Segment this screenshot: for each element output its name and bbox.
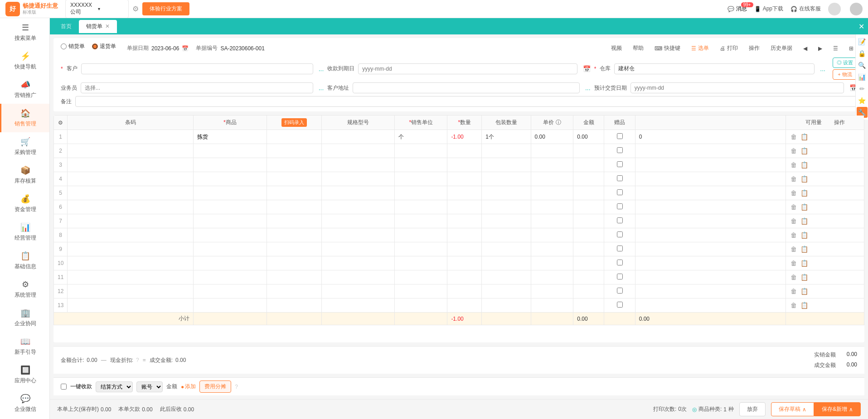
delete-row-btn[interactable]: 🗑: [790, 287, 798, 296]
cell-spec[interactable]: [322, 186, 395, 200]
cell-goods[interactable]: [194, 130, 267, 144]
sidebar-item-system[interactable]: ⚙ 系统管理: [0, 275, 49, 303]
nav-next-btn[interactable]: ▶: [815, 43, 826, 53]
copy-row-btn[interactable]: 📋: [800, 132, 809, 141]
cell-price[interactable]: [531, 158, 573, 172]
cell-gift[interactable]: [604, 299, 635, 313]
cell-amount[interactable]: [573, 200, 604, 214]
cell-amount[interactable]: [573, 158, 604, 172]
discard-btn[interactable]: 放弃: [739, 402, 766, 416]
sidebar-item-enterprise[interactable]: 🏢 企业协同: [0, 303, 49, 332]
due-date-calendar-icon[interactable]: 📅: [583, 65, 591, 72]
cell-qty[interactable]: [447, 299, 482, 313]
cell-goods[interactable]: [194, 270, 267, 284]
rp-edit-icon[interactable]: ✏: [857, 83, 868, 94]
cell-price[interactable]: 0.00: [531, 130, 573, 144]
cell-unit[interactable]: [395, 284, 447, 299]
cell-spec[interactable]: [322, 144, 395, 158]
print-btn[interactable]: 🖨 打印: [716, 43, 742, 54]
delete-row-btn[interactable]: 🗑: [790, 217, 798, 226]
cell-unit[interactable]: [395, 242, 447, 256]
account-select[interactable]: 账号: [136, 381, 163, 392]
cell-qty[interactable]: [447, 242, 482, 256]
nav-prev-btn[interactable]: ◀: [800, 43, 811, 53]
cell-qty[interactable]: [447, 200, 482, 214]
sales-person-dots[interactable]: ...: [319, 84, 324, 92]
cell-unit[interactable]: [395, 158, 447, 172]
cell-barcode[interactable]: [68, 158, 194, 172]
cell-price[interactable]: [531, 172, 573, 186]
cell-unit[interactable]: [395, 144, 447, 158]
cell-price[interactable]: [531, 200, 573, 214]
cell-barcode[interactable]: [68, 130, 194, 144]
operate-btn[interactable]: 操作: [745, 43, 763, 54]
expected-date-input[interactable]: [630, 82, 844, 93]
cell-barcode[interactable]: [68, 200, 194, 214]
cell-barcode[interactable]: [68, 299, 194, 313]
customer-dots[interactable]: ...: [319, 65, 324, 72]
cell-pkg-qty[interactable]: [482, 200, 531, 214]
cell-goods[interactable]: [194, 228, 267, 242]
cell-qty[interactable]: [447, 144, 482, 158]
cell-pkg-qty[interactable]: [482, 186, 531, 200]
save-draft-btn[interactable]: 保存草稿 ∧: [771, 402, 814, 416]
cell-barcode[interactable]: [68, 256, 194, 270]
company-selector[interactable]: XXXXXX公司 ▾: [65, 0, 129, 18]
cell-pkg-qty[interactable]: [482, 270, 531, 284]
logistics-btn[interactable]: + 物流: [833, 69, 857, 80]
sidebar-item-finance[interactable]: 💰 资金管理: [0, 189, 49, 218]
cell-barcode[interactable]: [68, 172, 194, 186]
cell-pkg-qty[interactable]: 1个: [482, 130, 531, 144]
shortcut-btn[interactable]: ⌨ 快捷键: [651, 43, 684, 54]
video-btn[interactable]: 视频: [607, 43, 626, 54]
history-btn[interactable]: 历史单据: [767, 43, 796, 54]
delete-row-btn[interactable]: 🗑: [790, 245, 798, 254]
due-date-input[interactable]: [358, 63, 577, 74]
cell-unit[interactable]: [395, 200, 447, 214]
copy-row-btn[interactable]: 📋: [800, 259, 809, 268]
cell-amount[interactable]: [573, 270, 604, 284]
cell-qty[interactable]: [447, 284, 482, 299]
cell-goods[interactable]: [194, 144, 267, 158]
cell-unit[interactable]: [395, 228, 447, 242]
cell-spec[interactable]: [322, 256, 395, 270]
cell-gift[interactable]: [604, 256, 635, 270]
date-calendar-icon[interactable]: 📅: [182, 45, 189, 52]
sidebar-item-app-center[interactable]: 🔲 应用中心: [0, 361, 49, 389]
cell-pkg-qty[interactable]: [482, 172, 531, 186]
cell-barcode[interactable]: [68, 228, 194, 242]
delete-row-btn[interactable]: 🗑: [790, 202, 798, 212]
cell-pkg-qty[interactable]: [482, 284, 531, 299]
cell-pkg-qty[interactable]: [482, 242, 531, 256]
cell-amount[interactable]: [573, 228, 604, 242]
cell-amount[interactable]: [573, 186, 604, 200]
cell-unit[interactable]: [395, 256, 447, 270]
customer-input[interactable]: [81, 63, 313, 74]
avatar[interactable]: [828, 3, 841, 15]
message-btn[interactable]: 💬 消息 99+: [727, 5, 747, 13]
copy-row-btn[interactable]: 📋: [800, 245, 809, 254]
cell-amount[interactable]: [573, 172, 604, 186]
cell-unit[interactable]: [395, 172, 447, 186]
cell-unit[interactable]: [395, 214, 447, 228]
cell-gift[interactable]: [604, 130, 635, 144]
cell-gift[interactable]: [604, 200, 635, 214]
select-btn[interactable]: ☰ 选单: [688, 43, 713, 54]
cell-gift[interactable]: [604, 228, 635, 242]
copy-row-btn[interactable]: 📋: [800, 160, 809, 169]
cell-pkg-qty[interactable]: [482, 299, 531, 313]
sidebar-item-sales[interactable]: 🏠 销售管理: [0, 104, 49, 132]
copy-row-btn[interactable]: 📋: [800, 188, 809, 197]
cell-pkg-qty[interactable]: [482, 256, 531, 270]
settings-icon[interactable]: ⚙: [132, 5, 139, 13]
cell-goods[interactable]: [194, 158, 267, 172]
add-payment-btn[interactable]: ● 添加: [181, 383, 196, 390]
cell-spec[interactable]: [322, 242, 395, 256]
radio-sale[interactable]: 销货单: [61, 43, 85, 50]
sidebar-item-quick-nav[interactable]: ⚡ 快捷导航: [0, 47, 49, 75]
settings-btn[interactable]: ◎ 设置: [833, 58, 857, 68]
copy-row-btn[interactable]: 📋: [800, 231, 809, 240]
cell-amount[interactable]: 0.00: [573, 130, 604, 144]
delete-row-btn[interactable]: 🗑: [790, 160, 798, 169]
cell-amount[interactable]: [573, 214, 604, 228]
